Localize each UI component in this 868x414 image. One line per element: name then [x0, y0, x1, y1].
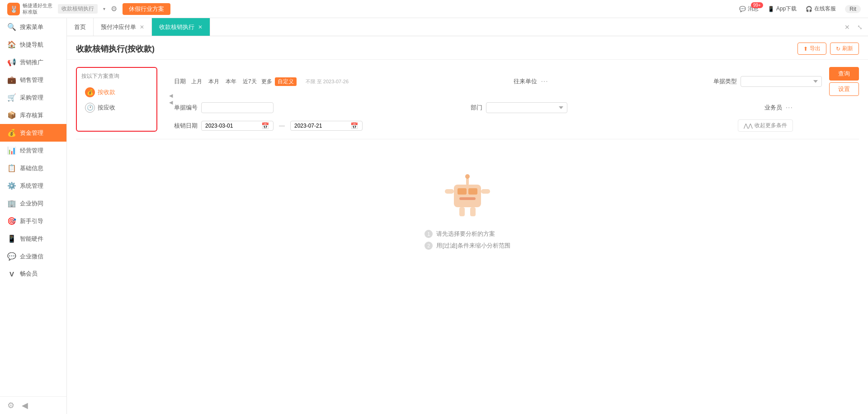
sidebar-item-label: 库存核算	[20, 111, 43, 119]
sidebar-item-inventory[interactable]: 📦 库存核算	[0, 106, 66, 124]
refresh-button[interactable]: ↻ 刷新	[830, 43, 859, 55]
date-hint-text: 不限 至 2023-07-26	[306, 78, 349, 85]
verify-date-start-calendar-icon[interactable]: 📅	[261, 122, 269, 129]
date-shortcut-last-month[interactable]: 上月	[189, 77, 204, 86]
sidebar-item-quick-nav[interactable]: 🏠 快捷导航	[0, 36, 66, 53]
hardware-icon: 📱	[7, 234, 16, 243]
home-icon: 🏠	[7, 40, 16, 49]
salesperson-more-icon[interactable]: ···	[786, 104, 793, 112]
sidebar-item-smart-hardware[interactable]: 📱 智能硬件	[0, 230, 66, 247]
page-title: 收款核销执行(按收款)	[76, 43, 155, 54]
sidebar-bottom: ⚙ ◀	[0, 396, 66, 414]
purchase-icon: 🛒	[7, 93, 16, 102]
query-button[interactable]: 查询	[829, 67, 859, 81]
app-logo: 🐰 畅捷通好生意 标准版	[7, 3, 52, 15]
service-label: 在线客服	[814, 5, 836, 13]
sidebar: 🔍 搜索菜单 🏠 快捷导航 📢 营销推广 💼 销售管理 🛒 采购管理 📦 库存核…	[0, 18, 67, 414]
export-icon: ⬆	[803, 46, 808, 52]
user-avatar[interactable]: Rit	[845, 5, 861, 13]
filter-row-3: 核销日期 📅 — 📅	[174, 119, 859, 132]
verify-date-start-input[interactable]	[205, 123, 259, 129]
tab-home[interactable]: 首页	[67, 18, 94, 36]
salesperson-label: 业务员	[764, 104, 782, 112]
collapse-left-panel-icon[interactable]: ◀◀	[168, 93, 174, 106]
sidebar-item-label: 智能硬件	[20, 235, 43, 243]
date-shortcut-custom[interactable]: 自定义	[275, 77, 297, 86]
sidebar-item-finance[interactable]: 💰 资金管理	[0, 124, 66, 142]
department-select[interactable]	[486, 102, 567, 113]
sidebar-item-guide[interactable]: 🎯 新手引导	[0, 212, 66, 230]
sidebar-item-label: 资金管理	[20, 129, 43, 137]
doc-type-label: 单据类型	[713, 77, 737, 86]
sidebar-item-label: 企业协同	[20, 200, 43, 208]
by-receivable-label: 按应收	[98, 104, 115, 112]
empty-hint-1-text: 请先选择要分析的方案	[436, 230, 495, 238]
filter-panel: 按以下方案查询 💰 按收款 🕐 按应收 ◀◀	[67, 60, 868, 139]
tab-prepay-close-icon[interactable]: ✕	[140, 24, 144, 30]
export-button[interactable]: ⬆ 导出	[797, 43, 826, 55]
department-field: 部门	[471, 102, 567, 113]
sidebar-item-label: 系统管理	[20, 182, 43, 190]
content-area: 首页 预付冲应付单 ✕ 收款核销执行 ✕ ✕ ⤡ 收款核销执行(按收款)	[67, 18, 868, 414]
doc-no-label: 单据编号	[174, 104, 198, 112]
main-layout: 🔍 搜索菜单 🏠 快捷导航 📢 营销推广 💼 销售管理 🛒 采购管理 📦 库存核…	[0, 18, 868, 414]
top-bar-right-area: 💬 消息 99+ 📱 App下载 🎧 在线客服 Rit	[739, 5, 861, 13]
sidebar-collapse-icon[interactable]: ◀	[22, 400, 28, 410]
tab-bar-expand-icon[interactable]: ⤡	[855, 22, 864, 33]
tab-bar-close-all-icon[interactable]: ✕	[843, 22, 852, 33]
verify-date-end-input[interactable]	[294, 123, 349, 129]
filter-fields-area: 日期 上月 本月 本年 近7天 更多 自定义 不限 至 2	[174, 67, 859, 132]
filter-option-by-receipt[interactable]: 💰 按收款	[81, 85, 152, 100]
tab-receipt-cancel-label: 收款核销执行	[159, 23, 194, 31]
verify-date-end-calendar-icon[interactable]: 📅	[350, 122, 358, 129]
sidebar-item-enterprise-collab[interactable]: 🏢 企业协同	[0, 195, 66, 212]
sidebar-item-purchase[interactable]: 🛒 采购管理	[0, 89, 66, 106]
message-icon: 💬	[739, 6, 746, 12]
empty-state: 1 请先选择要分析的方案 2 用[过滤]条件来缩小分析范围	[67, 139, 868, 277]
left-panel-collapse-area: ◀◀	[168, 67, 174, 132]
sidebar-item-wechat-enterprise[interactable]: 💬 企业微信	[0, 247, 66, 265]
date-shortcut-this-year[interactable]: 本年	[224, 77, 238, 86]
sidebar-gear-icon[interactable]: ⚙	[7, 400, 14, 410]
industry-solution-button[interactable]: 休假行业方案	[123, 3, 170, 15]
doc-no-input[interactable]	[201, 102, 274, 113]
filter-option-by-receivable[interactable]: 🕐 按应收	[81, 100, 152, 115]
date-shortcut-this-month[interactable]: 本月	[207, 77, 221, 86]
tab-prepay[interactable]: 预付冲应付单 ✕	[94, 18, 152, 36]
online-service-area[interactable]: 🎧 在线客服	[806, 5, 836, 13]
guide-icon: 🎯	[7, 217, 16, 225]
filter-row-1: 日期 上月 本月 本年 近7天 更多 自定义 不限 至 2	[174, 67, 859, 96]
sidebar-item-marketing[interactable]: 📢 营销推广	[0, 53, 66, 71]
sidebar-item-label: 经营管理	[20, 147, 43, 155]
sidebar-item-operations[interactable]: 📊 经营管理	[0, 142, 66, 159]
tab-receipt-cancel-close-icon[interactable]: ✕	[198, 24, 203, 30]
filter-left-title: 按以下方案查询	[81, 72, 152, 80]
settings-button[interactable]: 设置	[829, 82, 859, 96]
dropdown-arrow-icon[interactable]: ▾	[103, 6, 105, 11]
svg-rect-0	[454, 185, 481, 207]
sidebar-item-system[interactable]: ⚙️ 系统管理	[0, 177, 66, 195]
sidebar-item-vip-member[interactable]: V 畅会员	[0, 265, 66, 282]
svg-rect-8	[466, 178, 469, 185]
app-download-area[interactable]: 📱 App下载	[768, 5, 797, 13]
settings-gear-icon[interactable]: ⚙	[111, 5, 117, 13]
date-shortcut-more[interactable]: 更多	[261, 78, 272, 86]
finance-icon: 💰	[7, 128, 16, 137]
message-icon-area[interactable]: 💬 消息 99+	[739, 5, 759, 13]
empty-robot-svg	[440, 167, 495, 221]
svg-rect-3	[459, 197, 476, 200]
date-field: 日期 上月 本月 本年 近7天 更多 自定义	[174, 77, 297, 86]
system-icon: ⚙️	[7, 181, 16, 190]
action-buttons: 查询 设置	[829, 67, 859, 96]
sidebar-item-search[interactable]: 🔍 搜索菜单	[0, 18, 66, 36]
tab-receipt-cancel[interactable]: 收款核销执行 ✕	[152, 18, 210, 36]
collapse-more-button[interactable]: ⋀⋀ 收起更多条件	[738, 119, 793, 132]
counterpart-more-icon[interactable]: ···	[541, 77, 548, 86]
sidebar-item-basic-info[interactable]: 📋 基础信息	[0, 159, 66, 177]
date-shortcut-7days[interactable]: 近7天	[241, 77, 259, 86]
chevron-up-icon: ⋀⋀	[744, 123, 753, 129]
sidebar-item-sales[interactable]: 💼 销售管理	[0, 71, 66, 89]
verify-date-field: 核销日期 📅 — 📅	[174, 121, 363, 131]
empty-hint-1: 1 请先选择要分析的方案	[425, 230, 510, 238]
doc-type-select[interactable]	[741, 76, 822, 87]
